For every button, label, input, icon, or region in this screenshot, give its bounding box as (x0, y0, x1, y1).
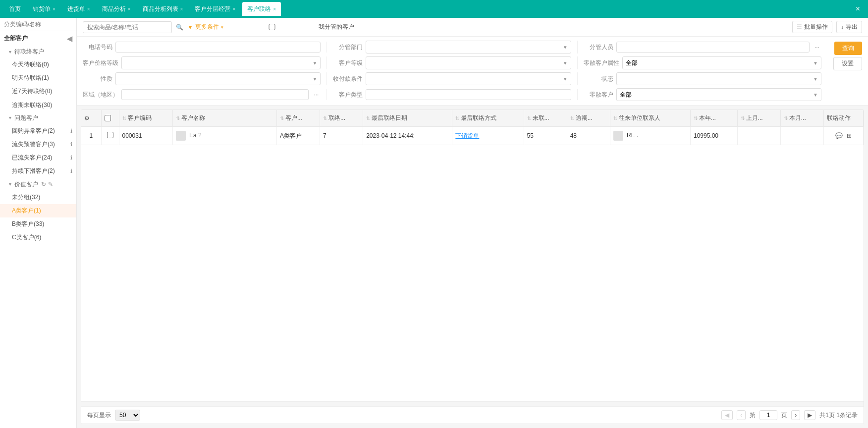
th-action: 联络动作 (824, 110, 864, 127)
search-input[interactable] (83, 21, 172, 33)
sidebar-item-c-class[interactable]: C类客户(6) (0, 231, 76, 244)
settings-button[interactable]: 设置 (833, 57, 862, 70)
gear-icon[interactable]: ⚙ (84, 115, 90, 122)
table-wrapper[interactable]: ⚙ ⇅ 客户编码 (81, 110, 864, 401)
customer-avatar (176, 131, 186, 141)
phone-input[interactable] (115, 42, 321, 53)
th-this-year[interactable]: ⇅ 本年... (690, 110, 737, 127)
scattered-select[interactable]: 全部 ▼ (616, 88, 821, 101)
select-all-checkbox[interactable] (105, 115, 111, 121)
filter-cell-region: 区域（地区） ··· (83, 89, 327, 100)
sidebar-item-repurchase-abnormal[interactable]: 回购异常客户(2) ℹ (0, 124, 76, 138)
more-conditions-btn[interactable]: ▼ 更多条件 ▾ (187, 23, 223, 31)
advanced-filters: 电话号码 分管部门 ▼ 分管人员 (77, 37, 868, 106)
horizontal-scrollbar[interactable] (81, 401, 864, 406)
th-code[interactable]: ⇅ 客户编码 (119, 110, 172, 127)
batch-operations-btn[interactable]: ☰ 批量操作 (792, 21, 832, 33)
page-unit: 页 (781, 411, 787, 420)
close-customer-contact[interactable]: × (273, 6, 276, 12)
first-page-btn[interactable]: ◀ (721, 410, 733, 420)
price-grade-label: 客户价格等级 (83, 59, 118, 67)
sidebar-group-problem[interactable]: 问题客户 (0, 112, 76, 124)
sidebar-item-a-class[interactable]: A类客户(1) (0, 204, 76, 217)
search-button[interactable]: 查询 (834, 42, 862, 55)
th-last-date[interactable]: ⇅ 最后联络日期 (363, 110, 452, 127)
window-close-button[interactable]: × (852, 2, 864, 15)
nav-customer-stratification[interactable]: 客户分层经营 × (190, 2, 240, 16)
th-contact[interactable]: ⇅ 联络... (320, 110, 363, 127)
sidebar-item-tomorrow[interactable]: 明天待联络(1) (0, 71, 76, 85)
refresh-icon[interactable]: ↻ (41, 181, 46, 188)
sidebar-item-churn-warning[interactable]: 流失预警客户(3) ℹ (0, 138, 76, 151)
my-customers-checkbox[interactable] (227, 24, 317, 30)
chat-action-icon[interactable]: 💬 (835, 132, 843, 139)
dept-select[interactable]: ▼ (366, 41, 571, 54)
close-product-analysis-list[interactable]: × (180, 6, 183, 12)
last-method-link[interactable]: 下销货单 (455, 132, 479, 139)
edit-icon[interactable]: ✎ (48, 181, 53, 188)
close-purchase-order[interactable]: × (87, 6, 90, 12)
cell-contact: 7 (320, 127, 363, 145)
close-sales-order[interactable]: × (53, 6, 55, 12)
scattered-attr-select[interactable]: 全部 ▼ (622, 56, 821, 69)
filter-cell-customer-grade: 客户等级 ▼ (327, 56, 577, 69)
nav-customer-contact[interactable]: 客户联络 × (242, 2, 281, 16)
nav-sales-order[interactable]: 销货单 × (28, 2, 60, 16)
dept-label: 分管部门 (333, 43, 363, 52)
close-product-analysis[interactable]: × (128, 6, 131, 12)
th-contact-person[interactable]: ⇅ 往来单位联系人 (610, 110, 690, 127)
th-last-method[interactable]: ⇅ 最后联络方式 (452, 110, 524, 127)
region-dots[interactable]: ··· (312, 91, 321, 98)
nav-product-analysis-list[interactable]: 商品分析列表 × (138, 2, 188, 16)
cell-checkbox (101, 127, 119, 145)
sidebar-item-declining[interactable]: 持续下滑客户(2) ℹ (0, 164, 76, 178)
sidebar-item-churned[interactable]: 已流失客户(24) ℹ (0, 151, 76, 164)
page-input[interactable] (760, 410, 777, 420)
region-input[interactable] (121, 89, 309, 100)
manager-dots[interactable]: ··· (813, 44, 821, 51)
export-btn[interactable]: ↓ 导出 (836, 21, 862, 33)
sidebar-group-value[interactable]: ▼ 价值客户 ↻ ✎ (0, 178, 76, 191)
sidebar-group-waiting[interactable]: 待联络客户 (0, 46, 76, 58)
next-page-btn[interactable]: › (791, 410, 800, 420)
sidebar-item-7days[interactable]: 近7天待联络(0) (0, 85, 76, 98)
info-icon-2: ℹ (70, 154, 72, 162)
customer-grade-select[interactable]: ▼ (366, 56, 571, 69)
prev-page-btn[interactable]: ‹ (737, 410, 746, 420)
nav-product-analysis[interactable]: 商品分析 × (97, 2, 136, 16)
th-not-contacted[interactable]: ⇅ 未联... (524, 110, 567, 127)
sidebar-item-b-class[interactable]: B类客户(33) (0, 217, 76, 231)
price-grade-select[interactable]: ▼ (121, 56, 321, 69)
sidebar-search-input[interactable] (4, 21, 77, 28)
last-page-btn[interactable]: ▶ (804, 410, 815, 420)
sidebar-item-today[interactable]: 今天待联络(0) (0, 58, 76, 71)
customer-type-input[interactable] (366, 89, 571, 100)
sidebar-collapse-icon[interactable]: ◀ (67, 35, 72, 43)
per-page-select[interactable]: 50 100 200 (115, 410, 140, 421)
sidebar-item-overdue[interactable]: 逾期未联络(30) (0, 99, 76, 112)
th-overdue[interactable]: ⇅ 逾期... (567, 110, 610, 127)
th-name[interactable]: ⇅ 客户名称 (172, 110, 276, 127)
cell-last-month (737, 127, 780, 145)
manager-input[interactable] (616, 42, 810, 53)
nav-home[interactable]: 首页 (4, 2, 26, 16)
payment-select[interactable]: ▼ (366, 72, 571, 85)
total-info: 共1页 1条记录 (819, 411, 858, 420)
th-type[interactable]: ⇅ 客户... (276, 110, 320, 127)
th-gear: ⚙ (81, 110, 101, 127)
close-customer-stratification[interactable]: × (232, 6, 235, 12)
th-last-month[interactable]: ⇅ 上月... (737, 110, 780, 127)
row-checkbox[interactable] (107, 132, 113, 138)
my-customers-checkbox-label[interactable]: 我分管的客户 (227, 23, 354, 31)
sort-icon-last-month: ⇅ (741, 115, 745, 121)
all-customers-header[interactable]: 全部客户 ◀ (0, 31, 76, 46)
th-this-month[interactable]: ⇅ 本月... (780, 110, 823, 127)
info-icon-0: ℹ (70, 127, 72, 136)
search-icon[interactable]: 🔍 (176, 24, 183, 31)
grid-action-icon[interactable]: ⊞ (847, 132, 852, 139)
nature-select[interactable]: ▼ (115, 72, 321, 85)
sidebar-item-ungrouped[interactable]: 未分组(32) (0, 191, 76, 204)
status-select[interactable]: ▼ (616, 72, 821, 85)
cell-name: Ea ? (172, 127, 276, 145)
nav-purchase-order[interactable]: 进货单 × (62, 2, 95, 16)
